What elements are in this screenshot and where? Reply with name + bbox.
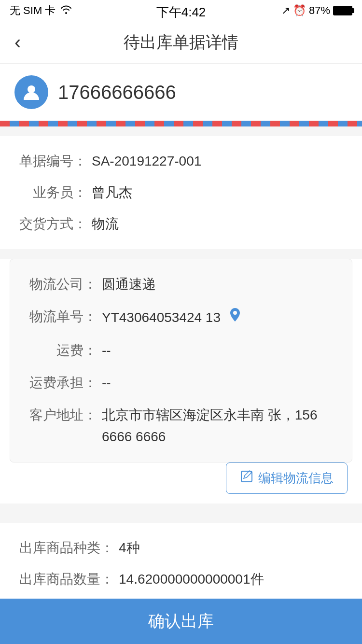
edit-logistics-button[interactable]: 编辑物流信息 [226,462,348,494]
freight-value: -- [102,340,333,362]
summary-section: 出库商品种类： 4种 出库商品数量： 14.620000000000001件 [0,523,362,605]
location-pin-icon[interactable] [227,306,243,329]
delivery-label: 交货方式： [19,213,87,235]
logistics-tracking-value: YT43064053424 13 [102,306,333,329]
quantity-label: 出库商品数量： [19,569,114,590]
logistics-tracking-label: 物流单号： [29,306,97,328]
edit-icon [240,470,253,487]
quantity-value: 14.620000000000001件 [119,569,264,590]
alarm-icon: ⏰ [293,4,306,17]
logistics-company-row: 物流公司： 圆通速递 [29,274,333,295]
freight-bear-row: 运费承担： -- [29,372,333,394]
logistics-company-value: 圆通速递 [102,274,333,295]
status-bar: 无 SIM 卡 下午4:42 ↗ ⏰ 87% [0,0,362,21]
status-left: 无 SIM 卡 [10,3,73,18]
customer-phone: 17666666666 [58,82,176,103]
confirm-button[interactable]: 确认出库 [0,610,362,632]
delivery-row: 交货方式： 物流 [19,213,343,235]
order-no-row: 单据编号： SA-20191227-001 [19,151,343,172]
customer-header: 17666666666 [0,64,362,121]
category-value: 4种 [119,537,140,559]
address-label: 客户地址： [29,405,97,426]
category-label: 出库商品种类： [19,537,114,559]
salesman-row: 业务员： 曾凡杰 [19,182,343,204]
freight-label: 运费： [29,340,97,362]
freight-bear-value: -- [102,372,333,394]
carrier-text: 无 SIM 卡 [10,3,56,18]
order-no-label: 单据编号： [19,151,87,172]
battery-text: 87% [309,4,330,17]
order-no-value: SA-20191227-001 [92,151,343,172]
status-right: ↗ ⏰ 87% [281,4,352,17]
battery-icon [333,6,352,15]
salesman-label: 业务员： [19,182,87,204]
delivery-value: 物流 [92,213,343,235]
avatar [14,75,48,109]
salesman-value: 曾凡杰 [92,182,343,204]
main-content: 17666666666 单据编号： SA-20191227-001 业务员： 曾… [0,64,362,644]
order-info-section: 单据编号： SA-20191227-001 业务员： 曾凡杰 交货方式： 物流 [0,136,362,249]
logistics-card: 物流公司： 圆通速递 物流单号： YT43064053424 13 运费： -- [10,259,352,462]
address-value: 北京市市辖区海淀区永丰南 张，156 6666 6666 [102,405,333,448]
edit-btn-label: 编辑物流信息 [258,470,334,487]
section-divider [0,504,362,513]
svg-point-0 [28,85,35,93]
edit-btn-container: 编辑物流信息 [0,462,362,504]
page-title: 待出库单据详情 [124,31,238,54]
quantity-row: 出库商品数量： 14.620000000000001件 [19,569,343,590]
location-icon: ↗ [281,4,290,17]
logistics-company-label: 物流公司： [29,274,97,295]
freight-bear-label: 运费承担： [29,372,97,394]
confirm-btn-container: 确认出库 [0,599,362,644]
dashed-divider [0,121,362,126]
logistics-tracking-row: 物流单号： YT43064053424 13 [29,306,333,329]
svg-rect-1 [241,471,252,482]
nav-bar: ‹ 待出库单据详情 [0,21,362,64]
freight-row: 运费： -- [29,340,333,362]
status-time: 下午4:42 [156,4,206,21]
wifi-icon [59,4,73,17]
category-row: 出库商品种类： 4种 [19,537,343,559]
address-row: 客户地址： 北京市市辖区海淀区永丰南 张，156 6666 6666 [29,405,333,448]
back-button[interactable]: ‹ [14,31,21,53]
